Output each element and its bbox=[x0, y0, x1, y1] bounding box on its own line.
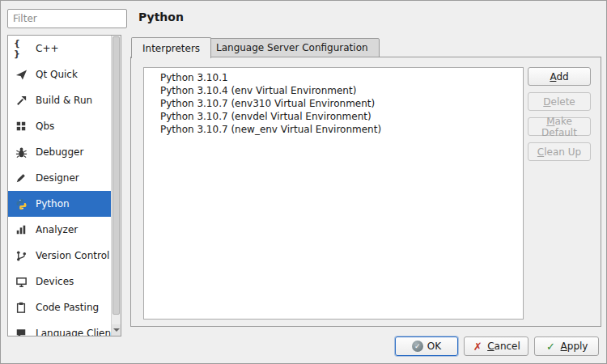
qt-quick-icon bbox=[14, 68, 28, 81]
sidebar-item-cpp[interactable]: { } C++ bbox=[8, 36, 111, 61]
apply-button[interactable]: ✓ Apply bbox=[534, 336, 599, 356]
ok-icon: ✓ bbox=[412, 341, 423, 352]
sidebar-item-label: Debugger bbox=[36, 146, 83, 158]
sidebar-item-label: Qt Quick bbox=[36, 69, 78, 80]
page-title: Python bbox=[138, 11, 184, 23]
interpreter-list[interactable]: Python 3.10.1 Python 3.10.4 (env Virtual… bbox=[143, 67, 524, 320]
sidebar-item-analyzer[interactable]: Analyzer bbox=[8, 217, 111, 243]
options-dialog: { } C++ Qt Quick Build & Run Qbs bbox=[0, 0, 607, 364]
sidebar-item-label: Devices bbox=[36, 276, 74, 287]
language-client-icon bbox=[14, 327, 28, 336]
code-pasting-icon bbox=[14, 301, 28, 314]
scroll-down-button[interactable] bbox=[112, 324, 121, 336]
sidebar-item-label: Language Client bbox=[36, 328, 115, 336]
sidebar-item-label: Code Pasting bbox=[36, 302, 99, 313]
interpreter-list-item[interactable]: Python 3.10.7 (new_env Virtual Environme… bbox=[144, 123, 523, 136]
sidebar-item-label: Designer bbox=[36, 172, 79, 184]
sidebar-item-label: Version Control bbox=[36, 250, 109, 261]
sidebar-item-designer[interactable]: Designer bbox=[8, 165, 111, 191]
interpreter-list-item[interactable]: Python 3.10.7 (env310 Virtual Environmen… bbox=[144, 97, 523, 110]
sidebar-item-code-pasting[interactable]: Code Pasting bbox=[8, 294, 111, 320]
category-sidebar: { } C++ Qt Quick Build & Run Qbs bbox=[7, 35, 121, 336]
add-button-label: Add bbox=[550, 71, 568, 83]
devices-icon bbox=[14, 275, 28, 288]
sidebar-item-label: Build & Run bbox=[36, 95, 92, 106]
version-control-icon bbox=[14, 249, 28, 262]
cancel-button-label: Cancel bbox=[487, 341, 520, 352]
delete-button: Delete bbox=[528, 92, 591, 111]
python-icon bbox=[14, 197, 28, 210]
analyzer-icon bbox=[14, 223, 28, 236]
ok-button[interactable]: ✓ OK bbox=[395, 336, 458, 356]
ok-button-label: OK bbox=[427, 341, 441, 352]
sidebar-item-build-run[interactable]: Build & Run bbox=[8, 87, 111, 113]
cancel-button[interactable]: ✗ Cancel bbox=[464, 336, 528, 356]
sidebar-item-label: Python bbox=[36, 198, 70, 210]
filter-input[interactable] bbox=[7, 9, 127, 28]
make-default-button: Make Default bbox=[528, 117, 591, 136]
sidebar-item-debugger[interactable]: Debugger bbox=[8, 139, 111, 165]
tab-interpreters[interactable]: Interpreters bbox=[131, 37, 211, 58]
sidebar-item-label: Qbs bbox=[36, 121, 54, 132]
sidebar-item-qt-quick[interactable]: Qt Quick bbox=[8, 61, 111, 87]
sidebar-item-label: Analyzer bbox=[36, 224, 78, 235]
sidebar-item-version-control[interactable]: Version Control bbox=[8, 243, 111, 269]
braces-icon: { } bbox=[14, 42, 28, 55]
build-run-icon bbox=[14, 94, 28, 107]
debugger-icon bbox=[14, 146, 28, 159]
sidebar-item-language-client[interactable]: Language Client bbox=[8, 320, 111, 336]
tab-language-server-configuration[interactable]: Language Server Configuration bbox=[205, 38, 380, 57]
sidebar-item-devices[interactable]: Devices bbox=[8, 269, 111, 294]
add-button[interactable]: Add bbox=[528, 67, 591, 86]
sidebar-item-qbs[interactable]: Qbs bbox=[8, 113, 111, 139]
delete-button-label: Delete bbox=[543, 96, 575, 108]
apply-button-label: Apply bbox=[561, 341, 588, 352]
interpreter-list-item[interactable]: Python 3.10.7 (envdel Virtual Environmen… bbox=[144, 110, 523, 123]
apply-icon: ✓ bbox=[545, 341, 557, 352]
sidebar-item-label: C++ bbox=[36, 43, 59, 54]
interpreters-panel: Python 3.10.1 Python 3.10.4 (env Virtual… bbox=[130, 57, 601, 327]
sidebar-item-python[interactable]: Python bbox=[8, 191, 111, 217]
sidebar-scrollbar[interactable] bbox=[111, 36, 121, 336]
interpreter-list-item[interactable]: Python 3.10.1 bbox=[144, 71, 523, 84]
clean-up-button-label: Clean Up bbox=[537, 146, 581, 158]
interpreter-list-item[interactable]: Python 3.10.4 (env Virtual Environment) bbox=[144, 84, 523, 97]
qbs-icon bbox=[14, 120, 28, 133]
clean-up-button: Clean Up bbox=[528, 142, 591, 161]
designer-icon bbox=[14, 171, 28, 184]
make-default-button-label: Make Default bbox=[528, 116, 590, 138]
cancel-icon: ✗ bbox=[472, 341, 483, 352]
scrollbar-thumb[interactable] bbox=[112, 36, 120, 315]
